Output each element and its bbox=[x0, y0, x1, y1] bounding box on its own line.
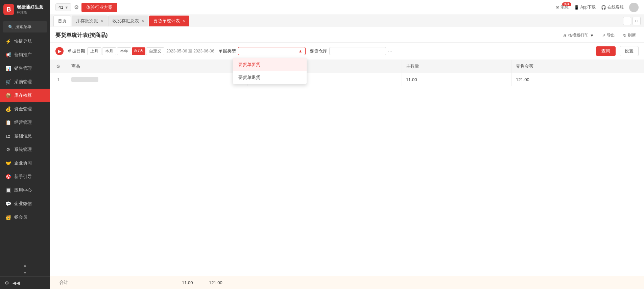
sidebar-item-operations[interactable]: 📋 经营管理 bbox=[0, 116, 50, 129]
finance-icon: 💰 bbox=[5, 106, 11, 112]
doc-type-arrow-icon: ▲ bbox=[299, 49, 303, 53]
tab-inventory-batch[interactable]: 库存批次账 × bbox=[72, 16, 108, 26]
tab-home-label: 首页 bbox=[58, 18, 67, 24]
sidebar-item-guide[interactable]: 🎯 新手引导 bbox=[0, 170, 50, 183]
app-title: 畅捷通好生意 bbox=[17, 4, 43, 10]
service-icon: 🎧 bbox=[601, 5, 606, 10]
tab-order-stats[interactable]: 要货单统计表 × bbox=[149, 16, 189, 26]
cell-row-num: 1 bbox=[50, 73, 67, 86]
message-btn[interactable]: ✉ 消息 99+ bbox=[556, 4, 569, 10]
col-settings-gear-icon[interactable]: ⚙ bbox=[56, 64, 61, 69]
sidebar-item-membership[interactable]: 👑 畅会员 bbox=[0, 210, 50, 224]
tab-inventory-batch-label: 库存批次账 bbox=[76, 18, 98, 24]
query-btn[interactable]: 查询 bbox=[596, 46, 616, 56]
more-icon[interactable]: ··· bbox=[388, 48, 392, 54]
dropdown-item-label: 要货单退货 bbox=[238, 75, 260, 80]
tab-home[interactable]: 首页 bbox=[53, 16, 71, 26]
col-amount: 零售金额 bbox=[511, 60, 644, 73]
table-header-row: ⚙ 商品 主计量单位 主数量 零 bbox=[50, 60, 644, 73]
sidebar-item-label: 应用中心 bbox=[14, 187, 32, 193]
tab-minimize-btn[interactable]: — bbox=[623, 17, 631, 25]
system-icon: ⚙ bbox=[5, 146, 11, 153]
app-download-label: App下载 bbox=[580, 4, 596, 10]
sidebar-search[interactable]: 🔍 搜索菜单 bbox=[3, 21, 47, 32]
print-btn[interactable]: 🖨 按模板打印 ▼ bbox=[560, 31, 597, 40]
date-filter-group: 单据日期 上月 本月 本年 近7天 自定义 2023-05-06 至 2023-… bbox=[68, 47, 214, 55]
sidebar-item-sales[interactable]: 📊 销售管理 bbox=[0, 62, 50, 75]
purchase-icon: 🛒 bbox=[5, 79, 11, 85]
export-btn[interactable]: ↗ 导出 bbox=[599, 31, 618, 40]
topbar-right: ✉ 消息 99+ 📱 App下载 🎧 在线客服 bbox=[556, 3, 639, 12]
quick-nav-icon: ⚡ bbox=[5, 38, 11, 45]
topbar-gear-icon[interactable]: ⚙ bbox=[74, 4, 79, 10]
sidebar-item-marketing[interactable]: 📢 营销推广 bbox=[0, 48, 50, 62]
guide-icon: 🎯 bbox=[5, 173, 11, 180]
doc-type-select[interactable]: ▲ bbox=[238, 47, 306, 55]
sidebar-item-wechat[interactable]: 💬 企业微信 bbox=[0, 197, 50, 210]
sidebar-item-finance[interactable]: 💰 资金管理 bbox=[0, 102, 50, 116]
app-center-icon: 🔲 bbox=[5, 187, 11, 194]
date-btn-last-month[interactable]: 上月 bbox=[87, 47, 101, 55]
date-buttons: 上月 本月 本年 近7天 自定义 bbox=[87, 47, 164, 55]
sidebar-scroll-down[interactable]: ▼ bbox=[0, 269, 50, 276]
page-header: 要货单统计表(按商品) 🖨 按模板打印 ▼ ↗ 导出 ↻ 刷新 bbox=[50, 27, 644, 43]
sidebar-item-quick-nav[interactable]: ⚡ 快捷导航 bbox=[0, 35, 50, 48]
tab-order-stats-label: 要货单统计表 bbox=[153, 18, 180, 24]
sidebar-scroll-up[interactable]: ▲ bbox=[0, 262, 50, 269]
cell-product bbox=[67, 73, 247, 86]
warehouse-label: 要货仓库 bbox=[310, 48, 327, 54]
sidebar-item-label: 营销推广 bbox=[14, 52, 32, 58]
sidebar-item-label: 快捷导航 bbox=[14, 38, 32, 44]
topbar: 41 ▼ ⚙ 体验行业方案 ✉ 消息 99+ 📱 App下载 🎧 在线客服 bbox=[50, 0, 644, 15]
footer-amount: 121.00 bbox=[205, 280, 232, 285]
sidebar-item-enterprise[interactable]: 🤝 企业协同 bbox=[0, 156, 50, 170]
sidebar-item-inventory[interactable]: 📦 库存核算 bbox=[0, 89, 50, 102]
sidebar-item-app-center[interactable]: 🔲 应用中心 bbox=[0, 183, 50, 197]
cell-quantity: 11.00 bbox=[402, 73, 511, 86]
user-avatar[interactable] bbox=[629, 3, 639, 12]
dropdown-item-order-return[interactable]: 要货单退货 bbox=[233, 71, 307, 84]
table-container: ⚙ 商品 主计量单位 主数量 零 bbox=[50, 60, 644, 276]
search-icon: 🔍 bbox=[8, 25, 13, 29]
date-range-text: 2023-05-06 至 2023-06-06 bbox=[166, 48, 214, 54]
product-name-placeholder bbox=[71, 77, 98, 82]
app-logo: B 畅捷通好生意 标准版 bbox=[0, 0, 50, 19]
date-filter-label: 单据日期 bbox=[68, 48, 85, 54]
sidebar-item-system[interactable]: ⚙ 系统管理 bbox=[0, 143, 50, 156]
tab-receive-summary-close[interactable]: × bbox=[142, 19, 144, 23]
warehouse-input[interactable] bbox=[329, 47, 386, 55]
date-btn-badge[interactable]: 近7天 bbox=[132, 47, 145, 55]
sidebar-item-basic-info[interactable]: 🗂 基础信息 bbox=[0, 129, 50, 143]
sidebar-item-label: 畅会员 bbox=[14, 214, 27, 220]
tab-inventory-batch-close[interactable]: × bbox=[101, 19, 103, 23]
tab-receive-summary[interactable]: 收发存汇总表 × bbox=[108, 16, 148, 26]
table-footer: 合计 11.00 121.00 bbox=[50, 276, 644, 289]
online-service-btn[interactable]: 🎧 在线客服 bbox=[601, 4, 624, 10]
date-btn-this-year[interactable]: 本年 bbox=[117, 47, 131, 55]
settings-icon[interactable]: ⚙ bbox=[5, 280, 9, 286]
operations-icon: 📋 bbox=[5, 119, 11, 126]
table-row: 1 块 11.00 121.00 bbox=[50, 73, 644, 86]
col-product: 商品 bbox=[67, 60, 247, 73]
wechat-icon: 💬 bbox=[5, 200, 11, 207]
collapse-icon[interactable]: ◀◀ bbox=[13, 280, 20, 286]
tabbar-actions: — □ bbox=[623, 17, 641, 25]
store-selector[interactable]: 41 ▼ bbox=[55, 3, 71, 11]
data-table: ⚙ 商品 主计量单位 主数量 零 bbox=[50, 60, 644, 86]
date-btn-custom[interactable]: 自定义 bbox=[146, 47, 164, 55]
doc-type-label: 单据类型 bbox=[218, 48, 236, 54]
tab-order-stats-close[interactable]: × bbox=[183, 19, 185, 23]
filter-expand-btn[interactable]: ▶ bbox=[55, 47, 64, 55]
tab-expand-btn[interactable]: □ bbox=[633, 17, 641, 25]
dropdown-item-order-goods[interactable]: 要货单要货 bbox=[233, 58, 307, 71]
settings-btn[interactable]: 设置 bbox=[620, 46, 639, 56]
industry-btn[interactable]: 体验行业方案 bbox=[81, 3, 117, 12]
footer-quantity: 11.00 bbox=[178, 280, 205, 285]
refresh-btn[interactable]: ↻ 刷新 bbox=[620, 31, 639, 40]
sidebar-item-purchase[interactable]: 🛒 采购管理 bbox=[0, 75, 50, 89]
sidebar-item-label: 经营管理 bbox=[14, 119, 32, 126]
date-btn-this-month[interactable]: 本月 bbox=[102, 47, 116, 55]
inventory-icon: 📦 bbox=[5, 92, 11, 99]
app-download-btn[interactable]: 📱 App下载 bbox=[574, 4, 596, 10]
export-label: 导出 bbox=[607, 32, 615, 38]
